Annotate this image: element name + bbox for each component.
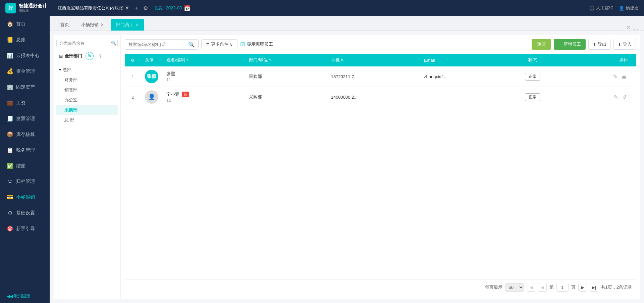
name-sort-icon[interactable]: ⇅ bbox=[186, 58, 189, 62]
add-company-icon[interactable]: ＋ bbox=[134, 5, 139, 12]
row1-logout-icon[interactable]: ⏏ bbox=[622, 73, 627, 80]
per-page-select[interactable]: 50 10 20 100 bbox=[505, 283, 524, 292]
tab-employee-close-icon[interactable]: ✕ bbox=[136, 22, 139, 27]
row1-edit-icon[interactable]: ✎ bbox=[613, 73, 618, 80]
row2-status-cell: 正常 bbox=[501, 87, 564, 107]
dept-panel: 🔍 ⊞ 全部部门 ↻ 《 ▾ 总部 财务部 销售部 办公室 采购部 总 部 bbox=[54, 35, 121, 299]
phone-sort-icon[interactable]: ⇅ bbox=[341, 58, 343, 62]
cancel-pin-label: 取消固定 bbox=[14, 293, 30, 299]
dept-refresh-button[interactable]: ↻ bbox=[86, 52, 94, 60]
sidebar-item-reports[interactable]: 📊 云报表中心 bbox=[0, 48, 50, 63]
show-resigned-checkbox[interactable]: ☑ 显示离职员工 bbox=[240, 41, 273, 48]
tab-home[interactable]: 首页 bbox=[55, 19, 74, 31]
dept-collapse-icon[interactable]: 《 bbox=[97, 53, 101, 59]
dept-item-finance[interactable]: 财务部 bbox=[56, 75, 118, 85]
calendar-icon[interactable]: 📅 bbox=[184, 5, 191, 11]
sidebar-label-ledger: 总账 bbox=[16, 37, 25, 43]
search-icon[interactable]: 🔍 bbox=[188, 41, 195, 48]
tab-expense-close-icon[interactable]: ✕ bbox=[101, 22, 104, 27]
sidebar-item-assets[interactable]: 🏢 固定资产 bbox=[0, 79, 50, 95]
prev-page-button[interactable]: ◀ bbox=[538, 283, 547, 292]
first-page-button[interactable]: |◀ bbox=[527, 283, 535, 292]
dept-search-input[interactable] bbox=[59, 41, 110, 46]
row1-dept: 采购部 bbox=[245, 66, 327, 87]
employee-table-wrap: ⚙ 头像 姓名/编码 ⇅ 部门/职位 ⇅ bbox=[125, 54, 636, 279]
period-label: 账期 2023-03 bbox=[153, 5, 182, 11]
filter-button[interactable]: ⚗ 更多条件 ∨ bbox=[201, 39, 237, 49]
row2-edit-icon[interactable]: ✎ bbox=[614, 94, 618, 100]
sidebar-item-inventory[interactable]: 📦 库存核算 bbox=[0, 127, 50, 142]
sidebar-item-expense[interactable]: 💳 小畅报销 bbox=[0, 189, 50, 205]
dept-search-box[interactable]: 🔍 bbox=[56, 39, 118, 47]
company-name[interactable]: 江西服宝精品有限责任公司内账张 bbox=[58, 5, 123, 11]
tab-bar: 首页 小畅报销 ✕ 部门员工 ✕ ✕ ⛶ bbox=[50, 16, 644, 31]
add-employee-button[interactable]: + 新增员工 bbox=[554, 39, 586, 50]
tax-icon: 📋 bbox=[7, 147, 13, 153]
dept-item-sales[interactable]: 销售部 bbox=[56, 85, 118, 95]
invite-button[interactable]: 邀请 bbox=[532, 39, 551, 50]
employee-search-box[interactable]: 🔍 bbox=[125, 39, 199, 50]
content-area: 首页 小畅报销 ✕ 部门员工 ✕ ✕ ⛶ 🔍 bbox=[50, 16, 644, 303]
row2-name-code: 宁小壹 应 12 bbox=[166, 91, 241, 103]
page-number-input[interactable] bbox=[556, 283, 569, 292]
col-dept[interactable]: 部门/职位 ⇅ bbox=[245, 54, 327, 66]
sidebar-label-tax: 税务管理 bbox=[16, 147, 35, 153]
col-settings[interactable]: ⚙ bbox=[125, 54, 141, 66]
col-name[interactable]: 姓名/编码 ⇅ bbox=[162, 54, 245, 66]
cancel-pin-button[interactable]: ◀◀ 取消固定 bbox=[0, 289, 50, 303]
row2-avatar-cell: 👤 bbox=[141, 87, 162, 107]
last-page-button[interactable]: ▶| bbox=[590, 283, 598, 292]
dept-all-label: 全部部门 bbox=[65, 53, 82, 59]
person-icon: 👤 bbox=[148, 93, 155, 101]
sidebar-item-salary[interactable]: 💼 工资 bbox=[0, 95, 50, 111]
sidebar-item-funds[interactable]: 💰 资金管理 bbox=[0, 63, 50, 79]
row1-avatar: 张照 bbox=[145, 70, 158, 83]
main-layout: 🏠 首页 📒 总账 📊 云报表中心 💰 资金管理 🏢 固定资产 💼 工资 bbox=[0, 16, 644, 303]
sidebar-item-invoice[interactable]: 🧾 发票管理 bbox=[0, 111, 50, 127]
window-expand-icon[interactable]: ⛶ bbox=[633, 24, 639, 31]
window-close-icon[interactable]: ✕ bbox=[626, 24, 631, 31]
dept-search-icon[interactable]: 🔍 bbox=[111, 41, 116, 46]
dept-sort-icon[interactable]: ⇅ bbox=[269, 58, 272, 62]
sidebar-item-checkout[interactable]: ✅ 结账 bbox=[0, 158, 50, 174]
export-button[interactable]: ⬆ 导出 bbox=[588, 39, 611, 50]
dept-item-general[interactable]: 总 部 bbox=[56, 115, 118, 125]
sidebar-item-ledger[interactable]: 📒 总账 bbox=[0, 32, 50, 48]
home-icon: 🏠 bbox=[7, 21, 13, 27]
sidebar-item-settings[interactable]: ⚙ 基础设置 bbox=[0, 205, 50, 221]
dept-item-hq[interactable]: ▾ 总部 bbox=[56, 65, 118, 75]
import-button[interactable]: ⬇ 导入 bbox=[613, 39, 636, 50]
expense-icon: 💳 bbox=[7, 194, 13, 200]
dept-all-button[interactable]: ⊞ 全部部门 ↻ 《 bbox=[56, 50, 118, 62]
row2-num: 2 bbox=[125, 87, 141, 107]
sidebar-label-checkout: 结账 bbox=[16, 163, 25, 169]
sidebar-item-tax[interactable]: 📋 税务管理 bbox=[0, 142, 50, 158]
page-label: 页 bbox=[571, 284, 576, 290]
dept-item-office[interactable]: 办公室 bbox=[56, 95, 118, 105]
sidebar-label-settings: 基础设置 bbox=[16, 210, 35, 216]
col-phone[interactable]: 手机 ⇅ bbox=[327, 54, 420, 66]
sidebar-label-reports: 云报表中心 bbox=[16, 53, 40, 59]
settings2-icon: ⚙ bbox=[7, 210, 13, 216]
employee-search-input[interactable] bbox=[128, 42, 186, 47]
company-dropdown-icon[interactable]: ▼ bbox=[124, 5, 130, 11]
sidebar-item-archive[interactable]: 🗂 归档管理 bbox=[0, 174, 50, 189]
next-page-button[interactable]: ▶ bbox=[578, 283, 587, 292]
reports-icon: 📊 bbox=[7, 52, 13, 59]
service-button[interactable]: 🎧 人工咨询 bbox=[589, 5, 613, 11]
table-header-row: ⚙ 头像 姓名/编码 ⇅ 部门/职位 ⇅ bbox=[125, 54, 636, 66]
sidebar-label-inventory: 库存核算 bbox=[16, 132, 35, 138]
row1-phone: 18720211 7... bbox=[327, 66, 420, 87]
tab-employee[interactable]: 部门员工 ✕ bbox=[111, 19, 144, 31]
tab-expense[interactable]: 小畅报销 ✕ bbox=[76, 19, 109, 31]
sidebar-item-guide[interactable]: 🎯 新手引导 bbox=[0, 221, 50, 237]
settings-icon[interactable]: ⚙ bbox=[143, 5, 148, 11]
inventory-icon: 📦 bbox=[7, 131, 13, 138]
sidebar-item-home[interactable]: 🏠 首页 bbox=[0, 16, 50, 32]
user-menu[interactable]: 👤 畅捷通 bbox=[619, 5, 639, 11]
table-row: 1 张照 张熙 11 bbox=[125, 66, 636, 87]
row2-delete-icon[interactable]: ↺ bbox=[622, 94, 627, 100]
row1-status: 正常 bbox=[525, 73, 540, 81]
dept-item-purchase[interactable]: 采购部 bbox=[56, 105, 118, 115]
grid-icon: ⊞ bbox=[59, 54, 63, 59]
